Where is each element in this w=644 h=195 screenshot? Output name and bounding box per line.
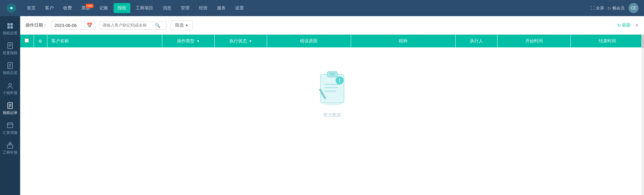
svg-rect-4 xyxy=(7,26,10,29)
sidebar: 报税设置 批量报税 报税总览 xyxy=(0,16,20,195)
th-checkbox[interactable] xyxy=(20,35,34,47)
svg-rect-5 xyxy=(10,26,13,29)
fullscreen-icon: ⛶ xyxy=(591,6,595,10)
th-error-reason: 错误原因 xyxy=(267,35,351,47)
filter-button[interactable]: 筛选 ▼ xyxy=(171,20,193,30)
video-icon: ▷ xyxy=(608,6,611,10)
nav-manage[interactable]: 管理 xyxy=(177,3,194,13)
svg-rect-10 xyxy=(8,63,12,69)
refresh-button[interactable]: ↻ 刷新 xyxy=(617,22,631,28)
table-body: ! 暂无数据 xyxy=(20,47,644,138)
nav-account[interactable]: 记账 xyxy=(95,3,112,13)
svg-point-13 xyxy=(9,83,11,86)
svg-rect-3 xyxy=(10,23,13,26)
sidebar-item-annual-report[interactable]: 工商年报 xyxy=(0,138,20,158)
date-label: 操作日期： xyxy=(26,22,47,28)
nav-operation[interactable]: 经营 xyxy=(195,3,212,13)
table-container: ⚙ 客户名称 操作类型 ▼ 执行状态 ▼ xyxy=(20,35,644,195)
avatar[interactable]: CE xyxy=(629,3,639,13)
scrollbar[interactable] xyxy=(641,35,644,195)
search-icon: 🔍 xyxy=(155,23,160,28)
settlement-icon xyxy=(6,122,14,129)
svg-point-1 xyxy=(10,7,12,9)
nav-message[interactable]: 消息 xyxy=(159,3,175,13)
member-button[interactable]: ▷ 畅会员 xyxy=(608,5,625,11)
th-tax-type: 税种 xyxy=(351,35,456,47)
filter-icon: ▼ xyxy=(249,39,252,43)
svg-rect-14 xyxy=(8,103,12,109)
date-input-wrapper[interactable]: 📅 xyxy=(51,21,95,30)
th-client-name: 客户名称 xyxy=(47,35,162,47)
th-end-time: 结束时间 xyxy=(571,35,644,47)
empty-row: ! 暂无数据 xyxy=(20,47,644,138)
sidebar-item-label: 批量报税 xyxy=(3,51,17,55)
sidebar-item-tax-settings[interactable]: 报税设置 xyxy=(0,19,20,39)
calendar-icon: 📅 xyxy=(87,23,92,28)
select-all-checkbox[interactable] xyxy=(25,38,29,43)
tax-summary-icon xyxy=(6,62,14,69)
nav-service[interactable]: 服务 xyxy=(213,3,230,13)
search-input[interactable] xyxy=(102,23,153,28)
content-area: 操作日期： 📅 🔍 筛选 ▼ ↻ 刷新 × xyxy=(20,16,644,195)
batch-tax-icon xyxy=(6,42,14,49)
svg-rect-23 xyxy=(9,142,11,144)
settings-icon: ⚙ xyxy=(38,39,42,44)
top-nav-right: ⛶ 全屏 ▷ 畅会员 CE xyxy=(591,3,639,13)
nav-invoice[interactable]: 票据 new xyxy=(77,3,94,13)
empty-illustration: ! xyxy=(315,68,349,108)
filter-icon: ▼ xyxy=(197,39,200,43)
refresh-icon: ↻ xyxy=(617,23,621,28)
svg-text:!: ! xyxy=(339,78,340,83)
sidebar-item-settlement[interactable]: 汇算清缴 xyxy=(0,118,20,138)
th-start-time: 开始时间 xyxy=(498,35,571,47)
new-badge: new xyxy=(86,4,93,8)
nav-client[interactable]: 客户 xyxy=(41,3,58,13)
sidebar-item-batch-tax[interactable]: 批量报税 xyxy=(0,39,20,58)
annual-report-icon xyxy=(6,142,14,149)
close-button[interactable]: × xyxy=(635,22,639,28)
sidebar-item-label: 报税记录 xyxy=(3,111,17,115)
empty-text: 暂无数据 xyxy=(324,112,341,118)
scrollbar-thumb[interactable] xyxy=(641,35,644,48)
sidebar-item-personal-tax[interactable]: 个税申报 xyxy=(0,79,20,99)
svg-rect-19 xyxy=(7,123,13,128)
svg-point-35 xyxy=(323,103,342,105)
toolbar: 操作日期： 📅 🔍 筛选 ▼ ↻ 刷新 × xyxy=(20,16,644,35)
nav-home[interactable]: 首页 xyxy=(23,3,40,13)
fullscreen-button[interactable]: ⛶ 全屏 xyxy=(591,5,604,11)
sidebar-item-label: 工商年报 xyxy=(3,150,17,155)
nav-commerce[interactable]: 工商项目 xyxy=(132,3,157,13)
tax-record-icon xyxy=(6,102,14,109)
search-wrapper[interactable]: 🔍 xyxy=(99,21,167,30)
sidebar-item-label: 报税总览 xyxy=(3,71,17,75)
tax-settings-icon xyxy=(6,22,14,30)
nav-fee[interactable]: 收费 xyxy=(59,3,76,13)
th-operation-type[interactable]: 操作类型 ▼ xyxy=(162,35,215,47)
app-logo[interactable] xyxy=(5,2,17,14)
sidebar-item-label: 汇算清缴 xyxy=(3,130,17,135)
date-input[interactable] xyxy=(54,23,85,28)
empty-state: ! 暂无数据 xyxy=(20,47,644,138)
svg-rect-6 xyxy=(8,43,12,49)
chevron-down-icon: ▼ xyxy=(185,24,188,27)
th-settings[interactable]: ⚙ xyxy=(34,35,47,47)
th-executor: 执行人 xyxy=(456,35,498,47)
nav-items: 首页 客户 收费 票据 new 记账 报税 工商项目 消息 管理 经营 服务 设… xyxy=(23,3,591,13)
svg-rect-2 xyxy=(7,23,10,26)
top-navigation: 首页 客户 收费 票据 new 记账 报税 工商项目 消息 管理 经营 服务 设… xyxy=(0,0,644,16)
nav-settings[interactable]: 设置 xyxy=(231,3,248,13)
personal-tax-icon xyxy=(6,82,14,89)
sidebar-item-label: 报税设置 xyxy=(3,31,17,35)
svg-rect-21 xyxy=(7,145,13,148)
data-table: ⚙ 客户名称 操作类型 ▼ 执行状态 ▼ xyxy=(20,35,644,138)
th-exec-status[interactable]: 执行状态 ▼ xyxy=(215,35,267,47)
main-layout: 报税设置 批量报税 报税总览 xyxy=(0,16,644,195)
sidebar-item-tax-summary[interactable]: 报税总览 xyxy=(0,58,20,78)
svg-rect-26 xyxy=(330,73,335,75)
table-header-row: ⚙ 客户名称 操作类型 ▼ 执行状态 ▼ xyxy=(20,35,644,47)
toolbar-right: ↻ 刷新 × xyxy=(617,22,639,28)
sidebar-item-label: 个税申报 xyxy=(3,91,17,95)
sidebar-item-tax-record[interactable]: 报税记录 xyxy=(0,99,20,118)
nav-tax[interactable]: 报税 xyxy=(114,3,130,13)
